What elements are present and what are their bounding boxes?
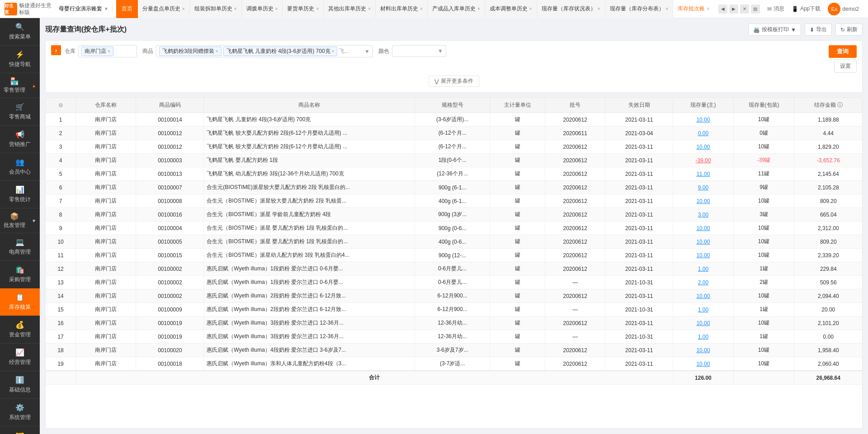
product-tag-area[interactable]: 飞鹤奶粉3段同赠摆装 × 飞鹤星飞帆 儿童奶粉 4段(3-6岁适用) 700克 … bbox=[156, 45, 373, 57]
product-tag-1-remove[interactable]: × bbox=[216, 49, 218, 54]
print-btn[interactable]: 🖨️ 按模板打印 ▼ bbox=[748, 24, 801, 36]
tab-5[interactable]: 其他出库单历史× bbox=[324, 0, 376, 18]
sidebar-item-inventory[interactable]: 📋 库存核算 bbox=[0, 288, 40, 316]
row-warehouse: 南岸门店 bbox=[76, 303, 136, 316]
row-number: 1 bbox=[46, 113, 76, 127]
col-header-unit: 主计量单位 bbox=[490, 98, 545, 113]
row-number: 4 bbox=[46, 154, 76, 167]
app-download-btn[interactable]: 📱 App下载 bbox=[792, 5, 821, 13]
table-scroll[interactable]: ⚙ 仓库名称 商品编码 商品名称 规格型号 主计量单位 批号 失效日期 现存量(… bbox=[46, 98, 862, 428]
row-stock-main[interactable]: 10.00 bbox=[673, 289, 733, 303]
tab-10[interactable]: 现存量（库存分布表）× bbox=[605, 0, 674, 18]
sidebar-item-collab[interactable]: 🤝 企业协同 bbox=[0, 426, 40, 434]
tab-3[interactable]: 调拨单历史× bbox=[242, 0, 283, 18]
tab-2[interactable]: 组装拆卸单历史× bbox=[190, 0, 242, 18]
sidebar-item-members[interactable]: 👥 会员中心 bbox=[0, 153, 40, 181]
total-stock-main: 126.00 bbox=[673, 371, 733, 385]
user-avatar[interactable]: Ea demo2 bbox=[828, 3, 859, 15]
messages-btn[interactable]: ✉ 消息 bbox=[767, 5, 784, 13]
row-code: 00100015 bbox=[136, 249, 204, 262]
tab-9[interactable]: 现存量（库存状况表）× bbox=[537, 0, 605, 18]
row-stock-main[interactable]: 10.00 bbox=[673, 140, 733, 154]
row-stock-pkg: 1罐 bbox=[733, 330, 794, 344]
sidebar-item-purchasing[interactable]: 🛍️ 采购管理 bbox=[0, 261, 40, 288]
row-unit: 罐 bbox=[490, 276, 545, 289]
tab-next-btn[interactable]: ▶ bbox=[729, 5, 738, 14]
row-stock-main[interactable]: 10.00 bbox=[673, 249, 733, 262]
row-expire: 2021-03-11 bbox=[605, 181, 673, 194]
row-stock-pkg: -39罐 bbox=[733, 154, 794, 167]
product-tag-2-remove[interactable]: × bbox=[332, 49, 335, 54]
row-spec: 400g (0-6... bbox=[415, 235, 490, 249]
row-stock-main[interactable]: 10.00 bbox=[673, 194, 733, 208]
row-stock-main[interactable]: 1.00 bbox=[673, 262, 733, 276]
company-selector[interactable]: 母婴行业演示账套 ▼ bbox=[55, 5, 113, 13]
row-warehouse: 南岸门店 bbox=[76, 344, 136, 357]
tab-menu-btn[interactable]: ▤ bbox=[751, 5, 760, 14]
filter-expand-btn[interactable]: › bbox=[51, 45, 61, 55]
row-number: 8 bbox=[46, 208, 76, 222]
row-code: 00100019 bbox=[136, 330, 204, 344]
column-settings-icon[interactable]: ⚙ bbox=[58, 102, 63, 108]
row-stock-main[interactable]: 9.00 bbox=[673, 181, 733, 194]
sidebar-item-wholesale[interactable]: 📦 批发管理 ▼ bbox=[0, 208, 40, 233]
refresh-btn[interactable]: ↻ 刷新 bbox=[835, 24, 863, 36]
tab-close-btn[interactable]: ✕ bbox=[740, 5, 749, 14]
col-header-settings[interactable]: ⚙ bbox=[46, 98, 76, 113]
row-stock-main[interactable]: -39.00 bbox=[673, 154, 733, 167]
tab-4[interactable]: 要货单历史× bbox=[283, 0, 324, 18]
row-stock-main[interactable]: 11.00 bbox=[673, 167, 733, 181]
total-balance: 26,968.64 bbox=[794, 371, 862, 385]
sidebar-item-finance[interactable]: 💰 资金管理 bbox=[0, 316, 40, 344]
row-warehouse: 南岸门店 bbox=[76, 140, 136, 154]
row-stock-main[interactable]: 10.00 bbox=[673, 235, 733, 249]
wholesale-icon: 📦 bbox=[10, 212, 19, 221]
color-tag-area[interactable]: ▼ bbox=[392, 45, 446, 57]
row-unit: 罐 bbox=[490, 222, 545, 235]
tab-7[interactable]: 产成品入库单历史× bbox=[428, 0, 485, 18]
settings-btn[interactable]: 设置 bbox=[834, 60, 857, 73]
sidebar-item-nav[interactable]: ⚡ 快捷导航 bbox=[0, 46, 40, 73]
row-stock-main[interactable]: 1.00 bbox=[673, 330, 733, 344]
sidebar-item-retail-mall[interactable]: 🛒 零售商城 bbox=[0, 98, 40, 126]
tab-6[interactable]: 材料出库单历史× bbox=[376, 0, 428, 18]
sidebar-item-operations[interactable]: 📈 经营管理 bbox=[0, 344, 40, 371]
row-stock-main[interactable]: 2.00 bbox=[673, 276, 733, 289]
tab-prev-btn[interactable]: ◀ bbox=[718, 5, 727, 14]
row-stock-main[interactable]: 1.00 bbox=[673, 303, 733, 316]
row-stock-main[interactable]: 10.00 bbox=[673, 113, 733, 127]
export-btn[interactable]: ⬇ 导出 bbox=[805, 24, 832, 36]
row-code: 00100007 bbox=[136, 181, 204, 194]
sidebar-item-ecommerce[interactable]: 💻 电商管理 bbox=[0, 233, 40, 261]
row-unit: 罐 bbox=[490, 344, 545, 357]
row-code: 00100013 bbox=[136, 167, 204, 181]
sidebar-item-basics[interactable]: ℹ️ 基础信息 bbox=[0, 371, 40, 399]
sidebar-item-retail-stats[interactable]: 📊 零售统计 bbox=[0, 181, 40, 208]
row-stock-main[interactable]: 0.00 bbox=[673, 127, 733, 140]
row-stock-main[interactable]: 10.00 bbox=[673, 316, 733, 330]
row-name: 惠氏启赋（Wyeth illuma）2段奶粉 爱尔兰进口 6-12月致... bbox=[204, 303, 415, 316]
row-name: 合生元（BIOSTIME）派星 婴儿配方奶粉 1段 乳核蛋白的... bbox=[204, 235, 415, 249]
tab-8[interactable]: 成本调整单历史× bbox=[485, 0, 537, 18]
row-expire: 2021-03-11 bbox=[605, 235, 673, 249]
product-more-indicator[interactable]: 飞... bbox=[339, 47, 349, 55]
row-stock-main[interactable]: 10.00 bbox=[673, 222, 733, 235]
expand-more-btn[interactable]: ⋁ 展开更多条件 bbox=[429, 75, 479, 87]
row-warehouse: 南岸门店 bbox=[76, 113, 136, 127]
tab-11[interactable]: 库存批次账× bbox=[673, 1, 711, 17]
warehouse-tag-area[interactable]: 南岸门店 × bbox=[78, 45, 137, 57]
sidebar-item-system[interactable]: ⚙️ 系统管理 bbox=[0, 399, 40, 426]
sidebar-item-retail-mgmt[interactable]: 🏪 零售管理 ▲ bbox=[0, 73, 40, 98]
row-stock-main[interactable]: 10.00 bbox=[673, 357, 733, 371]
row-expire: 2021-10-31 bbox=[605, 330, 673, 344]
data-table: ⚙ 仓库名称 商品编码 商品名称 规格型号 主计量单位 批号 失效日期 现存量(… bbox=[46, 98, 862, 385]
row-stock-main[interactable]: 10.00 bbox=[673, 344, 733, 357]
total-label-empty bbox=[46, 371, 76, 385]
sidebar-item-marketing[interactable]: 📢 营销推广 bbox=[0, 126, 40, 153]
sidebar-item-search[interactable]: 🔍 搜索菜单 bbox=[0, 18, 40, 46]
tab-home[interactable]: 首页 bbox=[116, 0, 138, 18]
warehouse-tag-remove[interactable]: × bbox=[108, 49, 110, 54]
tab-1[interactable]: 分量盘点单历史× bbox=[138, 0, 190, 18]
query-btn[interactable]: 查询 bbox=[829, 45, 857, 58]
row-stock-main[interactable]: 3.00 bbox=[673, 208, 733, 222]
